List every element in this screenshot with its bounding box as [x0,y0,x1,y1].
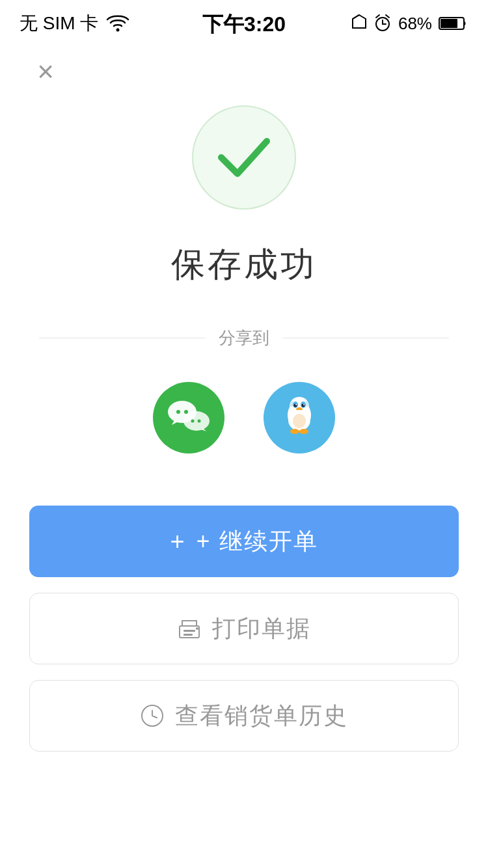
status-bar: 无 SIM 卡 下午3:20 68% [0,0,488,47]
svg-rect-26 [183,630,195,632]
svg-point-15 [302,404,305,407]
svg-rect-3 [441,19,457,28]
svg-point-24 [305,400,310,407]
history-button[interactable]: 查看销货单历史 [29,680,459,752]
print-icon [177,617,202,640]
alarm-icon [373,14,392,33]
battery-label: 68% [398,14,432,34]
qq-icon [276,394,323,441]
svg-point-22 [299,429,308,434]
svg-point-17 [303,404,305,405]
svg-point-6 [176,410,180,414]
svg-point-23 [288,400,293,407]
svg-point-8 [191,420,195,423]
share-icons [153,382,335,454]
divider-right [282,338,449,338]
svg-point-0 [116,29,120,32]
status-left: 无 SIM 卡 [20,11,129,36]
svg-point-9 [198,420,201,423]
print-label: 打印单据 [212,613,311,645]
svg-point-16 [295,404,297,405]
status-time: 下午3:20 [202,10,286,39]
location-icon [351,14,367,33]
plus-icon: + [170,528,185,556]
status-right: 68% [351,14,468,34]
wechat-icon [165,398,212,438]
share-label: 分享到 [219,327,269,349]
success-title: 保存成功 [171,242,317,288]
svg-point-14 [294,404,297,407]
qq-share-button[interactable] [264,382,335,454]
share-section: 分享到 [0,327,488,454]
action-buttons: + + 继续开单 打印单据 查看销货单历史 [29,506,459,752]
svg-point-20 [293,414,306,428]
wifi-icon [106,15,129,32]
wechat-share-button[interactable] [153,382,224,454]
sim-label: 无 SIM 卡 [20,11,98,36]
svg-rect-27 [183,634,193,636]
close-button[interactable]: × [26,52,65,91]
success-circle [192,105,296,210]
continue-label: + 继续开单 [197,526,318,558]
svg-point-21 [290,429,299,434]
history-label: 查看销货单历史 [175,700,348,732]
svg-point-7 [184,410,188,414]
svg-point-5 [183,411,210,431]
svg-point-28 [196,627,198,630]
share-divider: 分享到 [0,327,488,349]
checkmark-icon [215,131,273,183]
main-content: 保存成功 分享到 [0,47,488,752]
close-icon: × [37,57,54,86]
battery-icon [439,16,468,31]
divider-left [39,338,206,338]
print-button[interactable]: 打印单据 [29,593,459,664]
continue-button[interactable]: + + 继续开单 [29,506,459,577]
history-icon [140,703,165,728]
